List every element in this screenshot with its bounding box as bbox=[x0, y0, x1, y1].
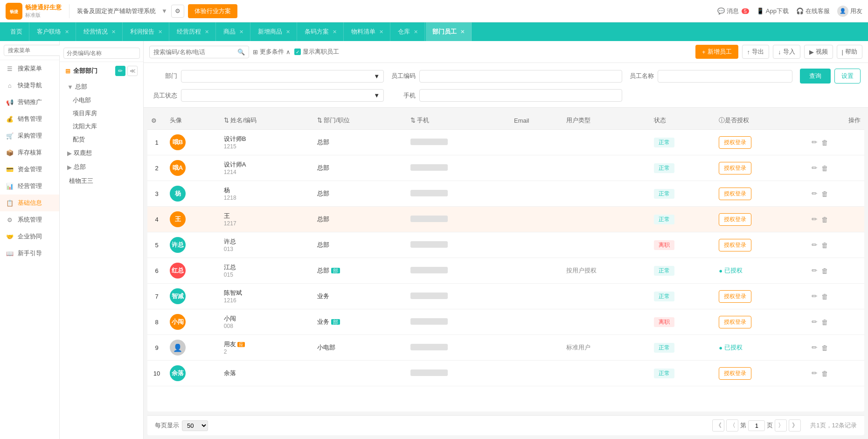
tab-close[interactable]: ✕ bbox=[286, 29, 290, 35]
tab-warehouse[interactable]: 仓库✕ bbox=[391, 22, 425, 41]
help-button[interactable]: | 帮助 bbox=[837, 45, 862, 59]
dept-search-input[interactable] bbox=[63, 48, 140, 59]
tab-new-goods[interactable]: 新增商品✕ bbox=[251, 22, 297, 41]
dept-child-peihuo[interactable]: 配货 bbox=[60, 133, 143, 146]
dept-node-zongbu-row[interactable]: ▼ 总部 bbox=[60, 80, 143, 94]
delete-icon[interactable]: 🗑 bbox=[821, 241, 828, 249]
sidebar-item-enterprise[interactable]: 🤝 企业协同 bbox=[0, 228, 59, 245]
tab-customer[interactable]: 客户联络✕ bbox=[30, 22, 76, 41]
dept-node-shuangluxiang[interactable]: ▶ 双鹿想 bbox=[60, 146, 143, 160]
edit-icon[interactable]: ✏ bbox=[812, 343, 818, 352]
title-dropdown-icon[interactable]: ▼ bbox=[161, 7, 167, 14]
tab-close[interactable]: ✕ bbox=[158, 29, 162, 35]
sidebar-item-basic-info[interactable]: 📋 基础信息 bbox=[0, 195, 59, 211]
dept-select[interactable]: ▼ bbox=[181, 70, 384, 83]
tab-close[interactable]: ✕ bbox=[379, 29, 383, 35]
sidebar-item-inventory[interactable]: 📦 库存核算 bbox=[0, 144, 59, 161]
message-button[interactable]: 💬 消息 5 bbox=[717, 7, 749, 15]
tab-close[interactable]: ✕ bbox=[333, 29, 337, 35]
settings-button[interactable]: ⚙ bbox=[171, 5, 184, 18]
sidebar-item-purchase[interactable]: 🛒 采购管理 bbox=[0, 127, 59, 144]
sidebar-item-business[interactable]: 📊 经营管理 bbox=[0, 178, 59, 195]
tab-close[interactable]: ✕ bbox=[205, 29, 209, 35]
tab-history[interactable]: 经营历程✕ bbox=[170, 22, 216, 41]
tab-bom[interactable]: 物料清单✕ bbox=[345, 22, 390, 41]
edit-icon[interactable]: ✏ bbox=[812, 241, 818, 249]
trial-button[interactable]: 体验行业方案 bbox=[188, 4, 237, 18]
next-page-button[interactable]: 〉 bbox=[775, 419, 787, 432]
first-page-button[interactable]: 《 bbox=[712, 419, 724, 432]
auth-login-button[interactable]: 授权登录 bbox=[719, 188, 751, 200]
phone-input[interactable] bbox=[419, 89, 622, 102]
auth-login-button[interactable]: 授权登录 bbox=[719, 136, 751, 149]
emp-code-input[interactable] bbox=[419, 70, 622, 83]
emp-status-select[interactable]: ▼ bbox=[181, 89, 384, 102]
sidebar-item-sales[interactable]: 💰 销售管理 bbox=[0, 111, 59, 127]
sidebar-item-guide[interactable]: 📖 新手引导 bbox=[0, 245, 59, 262]
dept-collapse-icon[interactable]: ≪ bbox=[127, 66, 138, 76]
edit-icon[interactable]: ✏ bbox=[812, 164, 818, 172]
edit-icon[interactable]: ✏ bbox=[812, 138, 818, 146]
page-input[interactable] bbox=[748, 420, 765, 431]
sidebar-item-finance[interactable]: 💳 资金管理 bbox=[0, 161, 59, 178]
dept-child-xiangmu[interactable]: 项目库房 bbox=[60, 107, 143, 120]
app-download-button[interactable]: 📱 App下载 bbox=[757, 7, 789, 15]
tab-close[interactable]: ✕ bbox=[111, 29, 116, 35]
online-service-button[interactable]: 🎧 在线客服 bbox=[796, 7, 830, 15]
sidebar-item-marketing[interactable]: 📢 营销推广 bbox=[0, 94, 59, 111]
dept-child-xiaodianbu[interactable]: 小电部 bbox=[60, 94, 143, 107]
delete-icon[interactable]: 🗑 bbox=[821, 190, 828, 198]
sidebar-item-nav[interactable]: ☰ 搜索菜单 bbox=[0, 60, 59, 77]
per-page-select[interactable]: 50 100 bbox=[182, 420, 208, 431]
sort-icon[interactable]: ⇅ bbox=[224, 117, 229, 124]
import-button[interactable]: ↓ 导入 bbox=[773, 45, 800, 59]
edit-icon[interactable]: ✏ bbox=[812, 369, 818, 377]
tab-close[interactable]: ✕ bbox=[460, 29, 465, 35]
tab-close[interactable]: ✕ bbox=[65, 29, 69, 35]
delete-icon[interactable]: 🗑 bbox=[821, 267, 828, 275]
export-button[interactable]: ↑ 导出 bbox=[742, 45, 770, 59]
delete-icon[interactable]: 🗑 bbox=[821, 164, 828, 172]
tab-close[interactable]: ✕ bbox=[239, 29, 243, 35]
auth-login-button[interactable]: 授权登录 bbox=[719, 367, 751, 380]
emp-name-input[interactable] bbox=[658, 70, 792, 83]
tab-close[interactable]: ✕ bbox=[414, 29, 418, 35]
auth-login-button[interactable]: 授权登录 bbox=[719, 213, 751, 226]
tab-operations[interactable]: 经营情况✕ bbox=[77, 22, 123, 41]
delete-icon[interactable]: 🗑 bbox=[821, 369, 828, 377]
last-page-button[interactable]: 》 bbox=[789, 419, 801, 432]
delete-icon[interactable]: 🗑 bbox=[821, 216, 828, 223]
add-emp-button[interactable]: + 新增员工 bbox=[695, 45, 738, 59]
tab-profit[interactable]: 利润报告✕ bbox=[124, 22, 169, 41]
emp-search-input[interactable] bbox=[153, 46, 237, 58]
sidebar-item-shortcut[interactable]: ⌂ 快捷导航 bbox=[0, 77, 59, 94]
dept-node-zongbu2[interactable]: ▶ 总部 bbox=[60, 160, 143, 174]
tab-home[interactable]: 首页 bbox=[4, 22, 29, 41]
set-button[interactable]: 设置 bbox=[834, 69, 861, 84]
col-settings[interactable]: ⚙ bbox=[147, 111, 166, 130]
sidebar-item-system[interactable]: ⚙ 系统管理 bbox=[0, 211, 59, 228]
prev-page-button[interactable]: 〈 bbox=[726, 419, 738, 432]
sort-icon[interactable]: ⇅ bbox=[410, 117, 416, 124]
delete-icon[interactable]: 🗑 bbox=[821, 139, 828, 146]
auth-login-button[interactable]: 授权登录 bbox=[719, 316, 751, 328]
delete-icon[interactable]: 🗑 bbox=[821, 318, 828, 326]
edit-icon[interactable]: ✏ bbox=[812, 266, 818, 275]
auth-login-button[interactable]: 授权登录 bbox=[719, 290, 751, 303]
view-button[interactable]: ▶ 视频 bbox=[804, 45, 833, 59]
show-resigned-checkbox[interactable]: ✓ bbox=[294, 49, 301, 55]
edit-icon[interactable]: ✏ bbox=[812, 292, 818, 300]
more-filter-button[interactable]: ⊞ 更多条件 ∧ bbox=[253, 48, 291, 56]
tab-department[interactable]: 部门员工✕ bbox=[426, 22, 472, 41]
tab-barcode[interactable]: 条码方案✕ bbox=[298, 22, 344, 41]
search-button[interactable]: 查询 bbox=[800, 69, 831, 84]
delete-icon[interactable]: 🗑 bbox=[821, 293, 828, 300]
auth-login-button[interactable]: 授权登录 bbox=[719, 162, 751, 174]
auth-login-button[interactable]: 授权登录 bbox=[719, 239, 751, 251]
user-menu[interactable]: 👤 用友 bbox=[837, 6, 862, 17]
sort-icon[interactable]: ⇅ bbox=[317, 117, 322, 124]
edit-icon[interactable]: ✏ bbox=[812, 215, 818, 223]
tab-goods[interactable]: 商品✕ bbox=[217, 22, 250, 41]
edit-icon[interactable]: ✏ bbox=[812, 189, 818, 198]
dept-edit-icon[interactable]: ✏ bbox=[115, 66, 125, 76]
